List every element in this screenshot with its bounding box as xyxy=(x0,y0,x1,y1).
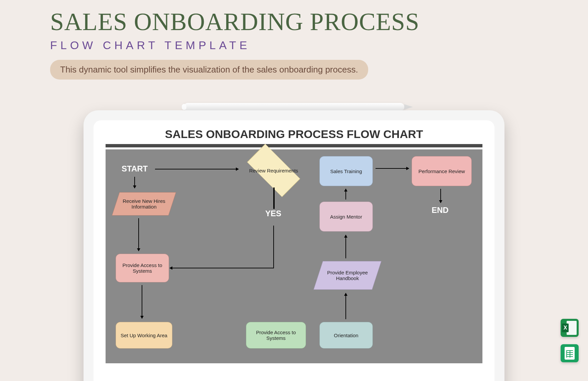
description-pill: This dynamic tool simplifies the visuali… xyxy=(50,60,368,80)
arrow-orientation-up xyxy=(345,293,346,319)
page-title: SALES ONBOARDING PROCESS xyxy=(50,9,538,34)
arrow-provide1-down xyxy=(142,285,142,319)
google-sheets-icon[interactable] xyxy=(561,344,579,362)
stylus-graphic xyxy=(184,103,404,111)
node-receive-new-hires: Receive New Hires Information xyxy=(112,192,176,216)
node-performance-review: Performance Review xyxy=(412,156,472,186)
format-icons xyxy=(561,319,579,362)
node-receive-text: Receive New Hires Information xyxy=(118,198,170,210)
arrow-handbook-up xyxy=(345,235,346,258)
arrow-yes-into-provide xyxy=(170,268,172,268)
line-yes-vert xyxy=(273,226,274,268)
node-sales-training: Sales Training xyxy=(319,156,373,186)
arrow-receive-down xyxy=(138,218,139,251)
arrow-start-down xyxy=(134,177,135,188)
end-label: END xyxy=(432,206,449,215)
node-orientation: Orientation xyxy=(319,322,373,349)
arrow-mentor-up xyxy=(345,189,346,200)
node-review-requirements: Review Requirements xyxy=(239,152,309,189)
node-provide-handbook: Provide Employee Handbook xyxy=(313,261,382,290)
title-rule xyxy=(106,144,482,147)
node-assign-mentor: Assign Mentor xyxy=(319,202,373,232)
arrow-perf-down xyxy=(440,189,441,203)
arrow-training-right xyxy=(376,168,409,169)
line-review-down xyxy=(273,187,275,209)
tablet-screen: SALES ONBOARDING PROCESS FLOW CHART STAR… xyxy=(94,120,494,381)
flowchart-canvas: START Review Requirements YES Receive Ne… xyxy=(106,149,482,363)
arrow-start-right xyxy=(155,169,239,169)
flowchart-title: SALES ONBOARDING PROCESS FLOW CHART xyxy=(106,128,482,141)
tablet-mockup: SALES ONBOARDING PROCESS FLOW CHART STAR… xyxy=(84,110,504,381)
node-review-text: Review Requirements xyxy=(239,152,309,189)
line-yes-horiz xyxy=(172,268,274,268)
yes-label: YES xyxy=(265,209,281,218)
node-provide-access-2: Provide Access to Systems xyxy=(246,322,306,349)
node-handbook-text: Provide Employee Handbook xyxy=(320,270,375,281)
excel-icon[interactable] xyxy=(561,319,579,337)
page-subtitle: FLOW CHART TEMPLATE xyxy=(50,39,538,52)
node-setup-working-area: Set Up Working Area xyxy=(116,322,172,349)
node-provide-access-1: Provide Access to Systems xyxy=(116,254,169,282)
start-label: START xyxy=(122,164,148,173)
